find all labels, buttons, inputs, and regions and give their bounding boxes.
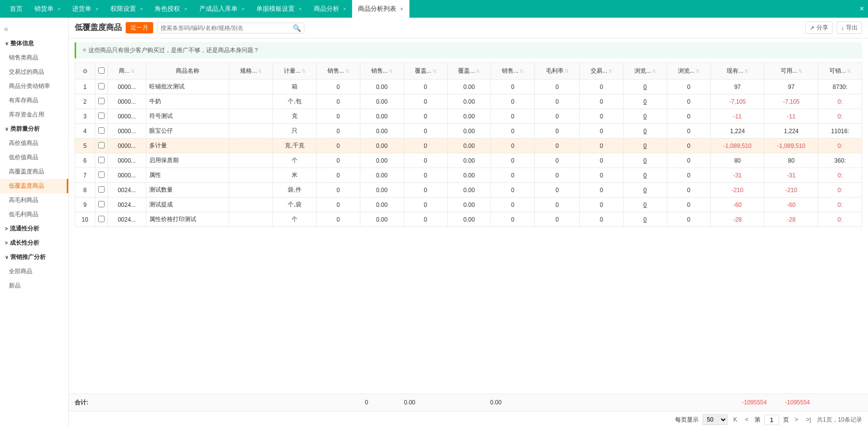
first-page-button[interactable]: K: [732, 415, 739, 424]
sidebar-item-stocked-goods[interactable]: 有库存商品: [0, 93, 68, 108]
row-saleable: 0:: [818, 212, 862, 227]
col-sales1[interactable]: 销售...⇅: [317, 63, 360, 80]
share-button[interactable]: ↗ 分享: [805, 22, 833, 34]
col-gross-rate[interactable]: 毛利率⇅: [535, 63, 580, 80]
close-purchase-icon[interactable]: ×: [95, 0, 98, 18]
row-gross-rate: 0: [535, 109, 580, 124]
row-checkbox[interactable]: [98, 127, 105, 134]
col-saleable[interactable]: 可销...⇅: [818, 63, 862, 80]
row-browse1[interactable]: 0: [624, 183, 667, 198]
close-all-tabs-button[interactable]: ×: [860, 4, 864, 13]
row-gross-rate: 0: [535, 153, 580, 168]
col-code[interactable]: 商...⇅: [108, 63, 146, 80]
sidebar-section-flow[interactable]: > 流通性分析: [0, 222, 68, 236]
row-checkbox[interactable]: [98, 113, 105, 119]
col-unit[interactable]: 计量...⇅: [273, 63, 317, 80]
col-settings[interactable]: ⚙: [75, 63, 95, 80]
page-number-input[interactable]: [764, 415, 779, 425]
export-button[interactable]: ↓ 导出: [837, 22, 862, 34]
next-page-button[interactable]: >: [793, 415, 800, 424]
nav-home[interactable]: 首页: [4, 0, 28, 18]
row-browse1[interactable]: 0: [624, 198, 667, 212]
sidebar-section-overall[interactable]: ∨ 整体信息: [0, 36, 68, 51]
settings-icon[interactable]: ⚙: [82, 68, 88, 75]
sidebar-collapse-button[interactable]: «: [4, 25, 8, 33]
close-product-in-icon[interactable]: ×: [242, 0, 244, 18]
sidebar-item-high-margin[interactable]: 高毛利商品: [0, 193, 68, 207]
nav-product-in[interactable]: 产成品入库单 ×: [193, 0, 250, 18]
sidebar-item-new-goods[interactable]: 新品: [0, 279, 68, 293]
row-trade: 0: [580, 212, 624, 227]
col-browse2[interactable]: 浏览...⇅: [667, 63, 710, 80]
row-current: -60: [710, 198, 764, 212]
close-role-icon[interactable]: ×: [184, 0, 187, 18]
row-code: 0024...: [108, 183, 146, 198]
row-checkbox[interactable]: [98, 98, 105, 104]
row-current: -11: [710, 109, 764, 124]
nav-product-analysis-list[interactable]: 商品分析列表 ×: [352, 0, 409, 18]
close-analysis-list-icon[interactable]: ×: [400, 0, 403, 18]
sidebar-item-category-rate[interactable]: 商品分类动销率: [0, 79, 68, 93]
search-input[interactable]: [161, 25, 293, 31]
nav-permission[interactable]: 权限设置 ×: [105, 0, 149, 18]
row-browse1[interactable]: 0: [624, 109, 667, 124]
col-browse1[interactable]: 浏览...⇅: [624, 63, 667, 80]
col-name[interactable]: 商品名称: [146, 63, 229, 80]
row-checkbox[interactable]: [98, 201, 105, 207]
col-spec[interactable]: 规格...⇅: [229, 63, 273, 80]
sidebar-item-low-margin[interactable]: 低毛利商品: [0, 207, 68, 222]
sidebar-item-sales-goods[interactable]: 销售类商品: [0, 51, 68, 65]
time-filter-button[interactable]: 近一月: [126, 22, 153, 33]
col-sales3[interactable]: 销售...⇅: [491, 63, 535, 80]
select-all-checkbox[interactable]: [98, 67, 105, 74]
sidebar-item-stock-capital[interactable]: 库存资金占用: [0, 108, 68, 122]
sidebar-item-low-coverage[interactable]: 低覆盖度商品: [0, 179, 68, 193]
row-browse1[interactable]: 0: [624, 139, 667, 153]
row-code: 0024...: [108, 198, 146, 212]
row-browse1[interactable]: 0: [624, 212, 667, 227]
nav-role[interactable]: 角色授权 ×: [149, 0, 193, 18]
nav-purchase[interactable]: 进货单 ×: [66, 0, 104, 18]
close-template-icon[interactable]: ×: [298, 0, 301, 18]
row-available: -60: [764, 198, 818, 212]
row-checkbox[interactable]: [98, 171, 105, 178]
row-browse1[interactable]: 0: [624, 80, 667, 94]
col-current[interactable]: 现有...⇅: [710, 63, 764, 80]
sidebar-section-growth[interactable]: > 成长性分析: [0, 236, 68, 250]
close-permission-icon[interactable]: ×: [140, 0, 143, 18]
sidebar-item-low-value[interactable]: 低价值商品: [0, 150, 68, 165]
sidebar-section-cluster[interactable]: ∨ 类群量分析: [0, 122, 68, 136]
row-cover1: 0: [404, 80, 447, 94]
col-available[interactable]: 可用...⇅: [764, 63, 818, 80]
row-checkbox[interactable]: [98, 83, 105, 89]
row-browse1[interactable]: 0: [624, 168, 667, 183]
close-analysis-icon[interactable]: ×: [343, 0, 346, 18]
last-page-button[interactable]: >|: [804, 415, 813, 424]
col-sales2[interactable]: 销售...⇅: [360, 63, 404, 80]
sidebar-item-high-coverage[interactable]: 高覆盖度商品: [0, 165, 68, 179]
row-browse1[interactable]: 0: [624, 153, 667, 168]
sidebar-section-marketing[interactable]: ∨ 营销推广分析: [0, 250, 68, 264]
sidebar-item-all-goods[interactable]: 全部商品: [0, 264, 68, 279]
col-cover2[interactable]: 覆盖...⇅: [447, 63, 491, 80]
row-browse1[interactable]: 0: [624, 124, 667, 139]
nav-template[interactable]: 单据模板设置 ×: [250, 0, 307, 18]
sidebar-item-traded-goods[interactable]: 交易过的商品: [0, 65, 68, 79]
row-checkbox-cell: [95, 212, 108, 227]
row-no: 6: [75, 153, 95, 168]
prev-page-button[interactable]: <: [743, 415, 751, 424]
nav-sales[interactable]: 销货单 ×: [28, 0, 66, 18]
row-browse2: 0: [667, 109, 710, 124]
row-browse1[interactable]: 0: [624, 94, 667, 109]
close-sales-icon[interactable]: ×: [57, 0, 60, 18]
row-checkbox[interactable]: [98, 216, 105, 222]
per-page-select[interactable]: 50 100 200: [703, 414, 728, 425]
col-trade[interactable]: 交易...⇅: [580, 63, 624, 80]
sidebar-item-high-value[interactable]: 高价值商品: [0, 136, 68, 150]
row-checkbox[interactable]: [98, 157, 105, 163]
row-checkbox[interactable]: [98, 186, 105, 193]
row-browse2: 0: [667, 124, 710, 139]
row-checkbox[interactable]: [98, 142, 105, 148]
nav-product-analysis[interactable]: 商品分析 ×: [308, 0, 352, 18]
col-cover1[interactable]: 覆盖...⇅: [404, 63, 447, 80]
